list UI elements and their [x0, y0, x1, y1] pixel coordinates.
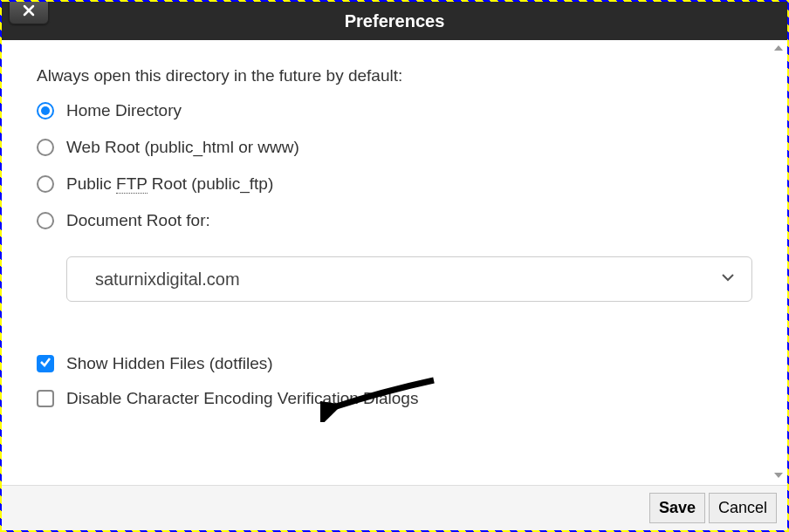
checkbox-row-show-hidden[interactable]: Show Hidden Files (dotfiles) [37, 354, 752, 373]
save-button[interactable]: Save [649, 493, 705, 523]
radio-document-root[interactable] [37, 212, 54, 229]
radio-home-directory[interactable] [37, 102, 54, 119]
checkbox-label: Show Hidden Files (dotfiles) [66, 354, 273, 373]
radio-row-document-root[interactable]: Document Root for: [37, 211, 752, 230]
radio-label: Home Directory [66, 101, 182, 120]
default-directory-prompt: Always open this directory in the future… [37, 66, 752, 85]
options-checkbox-group: Show Hidden Files (dotfiles) Disable Cha… [37, 354, 752, 408]
default-directory-radio-group: Home Directory Web Root (public_html or … [37, 101, 752, 302]
checkbox-row-disable-encoding-dialogs[interactable]: Disable Character Encoding Verification … [37, 389, 752, 408]
checkmark-icon [39, 356, 51, 372]
cancel-button[interactable]: Cancel [709, 493, 777, 523]
radio-web-root[interactable] [37, 139, 54, 156]
dialog-title: Preferences [345, 11, 445, 31]
radio-row-web-root[interactable]: Web Root (public_html or www) [37, 138, 752, 157]
radio-label: Web Root (public_html or www) [66, 138, 299, 157]
close-button[interactable] [9, 0, 49, 24]
dialog-titlebar: Preferences [2, 2, 787, 40]
close-icon [23, 4, 35, 20]
select-value: saturnixdigital.com [95, 269, 240, 290]
dialog-footer: Save Cancel [2, 485, 787, 530]
document-root-select[interactable]: saturnixdigital.com [66, 256, 752, 302]
checkbox-show-hidden-files[interactable] [37, 355, 54, 372]
checkbox-disable-encoding-dialogs[interactable] [37, 390, 54, 407]
chevron-down-icon [720, 269, 736, 290]
preferences-dialog: Preferences Always open this directory i… [2, 2, 787, 530]
radio-label: Public FTP Root (public_ftp) [66, 174, 273, 194]
radio-row-public-ftp[interactable]: Public FTP Root (public_ftp) [37, 174, 752, 194]
radio-public-ftp[interactable] [37, 175, 54, 193]
dialog-content: Always open this directory in the future… [2, 40, 787, 485]
radio-label: Document Root for: [66, 211, 210, 230]
checkbox-label: Disable Character Encoding Verification … [66, 389, 418, 408]
radio-row-home-directory[interactable]: Home Directory [37, 101, 752, 120]
